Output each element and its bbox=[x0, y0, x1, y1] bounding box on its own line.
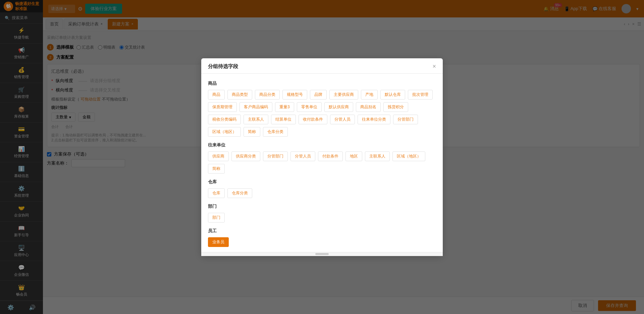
modal-close-button[interactable]: × bbox=[432, 63, 436, 70]
dept-tags: 部门 bbox=[208, 213, 436, 223]
tag-product-5[interactable]: 主要供应商 bbox=[329, 90, 358, 100]
modal-title: 分组待选字段 bbox=[208, 63, 238, 70]
tag-product-24[interactable]: 简称 bbox=[244, 127, 260, 137]
tag-product-18[interactable]: 结算单位 bbox=[271, 115, 296, 124]
tag-partner-5[interactable]: 地区 bbox=[345, 151, 362, 161]
warehouse-tags: 仓库 仓库分类 bbox=[208, 188, 436, 198]
tag-product-20[interactable]: 分管人员 bbox=[330, 115, 355, 124]
section-product-title: 商品 bbox=[208, 80, 436, 86]
section-warehouse: 仓库 仓库 仓库分类 bbox=[208, 179, 436, 198]
tag-partner-0[interactable]: 供应商 bbox=[208, 151, 229, 161]
section-partner: 往来单位 供应商 供应商分类 分管部门 分管人员 付款条件 地区 主联系人 区域… bbox=[208, 142, 436, 174]
section-staff: 员工 业务员 bbox=[208, 228, 436, 247]
tag-product-15[interactable]: 拣货积分 bbox=[383, 102, 408, 112]
modal-scrollbar-h[interactable] bbox=[201, 252, 443, 256]
tag-product-3[interactable]: 规格型号 bbox=[282, 90, 307, 100]
tag-product-6[interactable]: 产地 bbox=[361, 90, 378, 100]
section-partner-title: 往来单位 bbox=[208, 142, 436, 148]
tag-product-4[interactable]: 品牌 bbox=[310, 90, 327, 100]
tag-partner-3[interactable]: 分管人员 bbox=[290, 151, 315, 161]
tag-product-11[interactable]: 重量3 bbox=[275, 102, 294, 112]
tag-partner-7[interactable]: 区域（地区） bbox=[392, 151, 425, 161]
tag-partner-4[interactable]: 付款条件 bbox=[318, 151, 343, 161]
tag-product-7[interactable]: 默认仓库 bbox=[380, 90, 405, 100]
tag-product-9[interactable]: 保质期管理 bbox=[208, 102, 237, 112]
tag-product-17[interactable]: 主联系人 bbox=[244, 115, 268, 124]
tag-warehouse-1[interactable]: 仓库分类 bbox=[227, 188, 252, 198]
tag-product-16[interactable]: 税收分类编码 bbox=[208, 115, 241, 124]
modal-header: 分组待选字段 × bbox=[201, 58, 443, 74]
tag-product-22[interactable]: 分管部门 bbox=[393, 115, 418, 124]
tag-product-1[interactable]: 商品类型 bbox=[227, 90, 252, 100]
tag-product-19[interactable]: 收付款条件 bbox=[299, 115, 327, 124]
tag-product-2[interactable]: 商品分类 bbox=[255, 90, 280, 100]
tag-staff-0[interactable]: 业务员 bbox=[208, 237, 229, 247]
tag-product-13[interactable]: 默认供应商 bbox=[324, 102, 353, 112]
tag-product-21[interactable]: 往来单位分类 bbox=[358, 115, 390, 124]
section-dept-title: 部门 bbox=[208, 203, 436, 209]
tag-partner-6[interactable]: 主联系人 bbox=[365, 151, 390, 161]
tag-warehouse-0[interactable]: 仓库 bbox=[208, 188, 225, 198]
tag-product-12[interactable]: 零售单位 bbox=[297, 102, 322, 112]
product-tags: 商品 商品类型 商品分类 规格型号 品牌 主要供应商 产地 默认仓库 批次管理 … bbox=[208, 90, 436, 137]
tag-product-8[interactable]: 批次管理 bbox=[408, 90, 433, 100]
modal-body: 商品 商品 商品类型 商品分类 规格型号 品牌 主要供应商 产地 默认仓库 批次… bbox=[201, 74, 443, 252]
modal-overlay[interactable]: 分组待选字段 × 商品 商品 商品类型 商品分类 规格型号 品牌 主要供应商 产… bbox=[0, 0, 644, 314]
section-staff-title: 员工 bbox=[208, 228, 436, 234]
section-dept: 部门 部门 bbox=[208, 203, 436, 223]
partner-tags: 供应商 供应商分类 分管部门 分管人员 付款条件 地区 主联系人 区域（地区） … bbox=[208, 151, 436, 174]
tag-product-10[interactable]: 客户商品编码 bbox=[239, 102, 272, 112]
tag-partner-1[interactable]: 供应商分类 bbox=[231, 151, 260, 161]
tag-dept-0[interactable]: 部门 bbox=[208, 213, 225, 223]
tag-product-0[interactable]: 商品 bbox=[208, 90, 225, 100]
tag-product-25[interactable]: 仓库分类 bbox=[263, 127, 288, 137]
tag-partner-8[interactable]: 简称 bbox=[208, 164, 225, 174]
tag-product-23[interactable]: 区域（地区） bbox=[208, 127, 241, 137]
modal-dialog: 分组待选字段 × 商品 商品 商品类型 商品分类 规格型号 品牌 主要供应商 产… bbox=[201, 58, 443, 256]
staff-tags: 业务员 bbox=[208, 237, 436, 247]
section-warehouse-title: 仓库 bbox=[208, 179, 436, 185]
tag-partner-2[interactable]: 分管部门 bbox=[263, 151, 288, 161]
tag-product-14[interactable]: 商品别名 bbox=[356, 102, 381, 112]
section-product: 商品 商品 商品类型 商品分类 规格型号 品牌 主要供应商 产地 默认仓库 批次… bbox=[208, 80, 436, 137]
